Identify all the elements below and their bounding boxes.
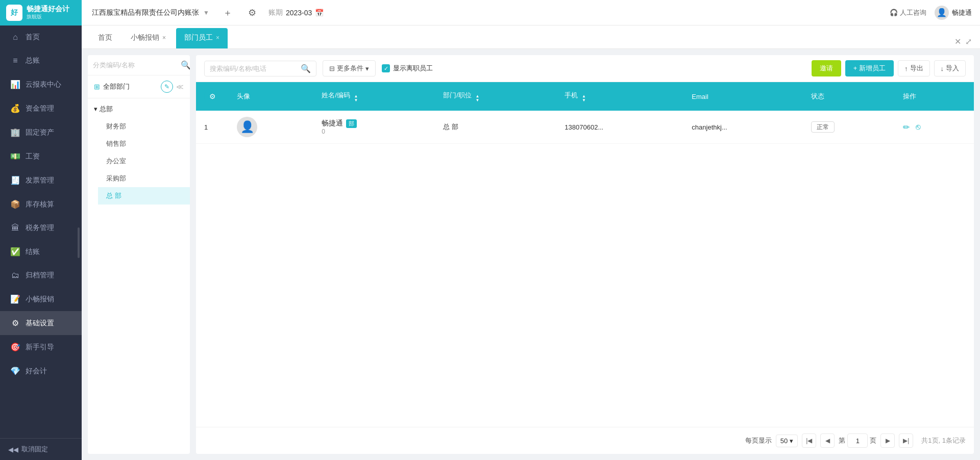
all-dept-label: 全部部门 bbox=[103, 82, 158, 91]
avatar: 👤 bbox=[237, 117, 257, 137]
dept-node-office[interactable]: 办公室 bbox=[98, 152, 190, 170]
dept-parent-zongbu[interactable]: ▾ 总部 bbox=[88, 100, 190, 118]
company-selector[interactable]: 江西服宝精品有限责任公司内账张 ▼ bbox=[92, 8, 209, 17]
sidebar-item-salary[interactable]: 💵 工资 bbox=[0, 144, 82, 168]
employee-search-input[interactable] bbox=[210, 65, 298, 72]
reports-icon: 📊 bbox=[10, 80, 20, 89]
sidebar-item-close[interactable]: ✅ 结账 bbox=[0, 240, 82, 264]
col-phone[interactable]: 手机 ▲▼ bbox=[556, 82, 683, 111]
show-resigned-label: 显示离职员工 bbox=[393, 64, 433, 73]
col-avatar: 头像 bbox=[229, 82, 313, 111]
tab-xiaochang[interactable]: 小畅报销 × bbox=[122, 28, 174, 48]
pin-icon: ◀◀ bbox=[8, 446, 18, 453]
sidebar-item-label: 库存核算 bbox=[26, 200, 54, 209]
show-resigned-checkbox[interactable]: ✓ bbox=[382, 64, 390, 72]
sidebar-item-guide[interactable]: 🎯 新手引导 bbox=[0, 335, 82, 359]
sidebar-item-inventory[interactable]: 📦 库存核算 bbox=[0, 192, 82, 216]
tab-close-window-button[interactable]: ✕ bbox=[954, 37, 961, 46]
dept-edit-button[interactable]: ✎ bbox=[161, 81, 173, 93]
invite-button[interactable]: 邀请 bbox=[812, 60, 841, 76]
employee-search-box: 🔍 bbox=[204, 61, 316, 76]
sidebar-item-xiaochang[interactable]: 📝 小畅报销 bbox=[0, 287, 82, 311]
sidebar-item-accounting[interactable]: 💎 好会计 bbox=[0, 359, 82, 383]
tab-department-close[interactable]: × bbox=[216, 34, 219, 41]
employee-toolbar: 🔍 ⊟ 更多条件 ▾ ✓ 显示离职员工 邀请 + 新增员工 bbox=[196, 55, 974, 82]
dept-collapse-button[interactable]: ≪ bbox=[176, 83, 184, 91]
page-label: 页 bbox=[870, 436, 876, 445]
employee-panel: 🔍 ⊟ 更多条件 ▾ ✓ 显示离职员工 邀请 + 新增员工 bbox=[196, 55, 974, 454]
page-size-select[interactable]: 50 ▾ bbox=[776, 435, 798, 447]
edit-button[interactable]: ✏ bbox=[903, 122, 910, 132]
tab-home-label: 首页 bbox=[98, 33, 112, 42]
sidebar-item-settings[interactable]: ⚙ 基础设置 bbox=[0, 311, 82, 335]
dept-search-input[interactable] bbox=[93, 61, 179, 69]
dept-node-purchase[interactable]: 采购部 bbox=[98, 170, 190, 187]
user-area[interactable]: 👤 畅捷通 bbox=[935, 6, 972, 20]
sidebar-item-label: 固定资产 bbox=[26, 128, 54, 137]
period-value: 2023-03 bbox=[286, 9, 312, 17]
accounting-icon: 💎 bbox=[10, 366, 20, 376]
col-email: Email bbox=[683, 82, 803, 111]
tab-xiaochang-label: 小畅报销 bbox=[131, 33, 159, 42]
import-label: 导入 bbox=[946, 64, 959, 73]
tab-home[interactable]: 首页 bbox=[90, 28, 120, 48]
sidebar-item-reports[interactable]: 📊 云报表中心 bbox=[0, 72, 82, 96]
add-employee-button[interactable]: + 新增员工 bbox=[845, 60, 894, 76]
logo-area: 好 畅捷通好会计 旗舰版 bbox=[0, 0, 82, 25]
logout-button[interactable]: ⎋ bbox=[916, 122, 921, 132]
tab-expand-button[interactable]: ⤢ bbox=[965, 37, 972, 46]
dept-tree: ▾ 总部 财务部 销售部 办公室 采购部 总 部 bbox=[88, 98, 190, 454]
dept-header: ⊞ 全部部门 ✎ ≪ bbox=[88, 75, 190, 98]
employee-dept-badge: 部 bbox=[346, 119, 357, 128]
add-button[interactable]: ＋ bbox=[219, 5, 236, 21]
pagination-bar: 每页显示 50 ▾ |◀ ◀ 第 页 ▶ ▶| 共1页, 1条记录 bbox=[196, 427, 974, 454]
header-right: 🎧 人工咨询 👤 畅捷通 bbox=[890, 6, 972, 20]
export-label: 导出 bbox=[910, 64, 923, 73]
row-dept: 总 部 bbox=[435, 111, 556, 144]
row-actions: ✏ ⎋ bbox=[895, 111, 974, 144]
export-button[interactable]: ↑ 导出 bbox=[898, 60, 930, 76]
export-icon: ↑ bbox=[904, 65, 908, 72]
app-logo-icon: 好 bbox=[6, 5, 22, 21]
import-button[interactable]: ↓ 导入 bbox=[934, 60, 966, 76]
sidebar-item-finance[interactable]: 💰 资金管理 bbox=[0, 96, 82, 120]
more-filter-button[interactable]: ⊟ 更多条件 ▾ bbox=[323, 60, 376, 76]
support-button[interactable]: 🎧 人工咨询 bbox=[890, 8, 926, 17]
filter-icon: ⊟ bbox=[329, 65, 335, 72]
page-size-label: 每页显示 bbox=[745, 436, 772, 445]
sidebar-item-assets[interactable]: 🏢 固定资产 bbox=[0, 120, 82, 144]
settings-icon[interactable]: ⚙ bbox=[244, 5, 260, 21]
show-resigned-toggle[interactable]: ✓ 显示离职员工 bbox=[382, 64, 433, 73]
sidebar-item-home[interactable]: ⌂ 首页 bbox=[0, 25, 82, 49]
sidebar-item-invoice[interactable]: 🧾 发票管理 bbox=[0, 168, 82, 192]
unpin-button[interactable]: ◀◀ 取消固定 bbox=[0, 438, 82, 460]
tab-department[interactable]: 部门员工 × bbox=[176, 28, 228, 48]
col-name[interactable]: 姓名/编码 ▲▼ bbox=[313, 82, 435, 111]
sidebar-item-archive[interactable]: 🗂 归档管理 bbox=[0, 264, 82, 287]
dept-node-sales[interactable]: 销售部 bbox=[98, 135, 190, 152]
col-dept[interactable]: 部门/职位 ▲▼ bbox=[435, 82, 556, 111]
calendar-icon[interactable]: 📅 bbox=[315, 9, 324, 17]
first-page-button[interactable]: |◀ bbox=[802, 433, 816, 448]
row-name-cell: 畅捷通 部 0 bbox=[313, 111, 435, 144]
page-number-input[interactable] bbox=[847, 433, 868, 448]
next-page-button[interactable]: ▶ bbox=[880, 433, 895, 448]
gear-button[interactable]: ⚙ bbox=[204, 88, 220, 105]
sidebar-item-label: 小畅报销 bbox=[26, 295, 54, 304]
guide-icon: 🎯 bbox=[10, 342, 20, 352]
sidebar-item-tax[interactable]: 🏛 税务管理 bbox=[0, 216, 82, 240]
page-size-arrow: ▾ bbox=[790, 437, 793, 445]
filter-label: 更多条件 bbox=[337, 64, 363, 73]
prev-page-button[interactable]: ◀ bbox=[820, 433, 835, 448]
last-page-button[interactable]: ▶| bbox=[899, 433, 913, 448]
dept-node-general[interactable]: 总 部 bbox=[98, 187, 190, 205]
dept-node-finance[interactable]: 财务部 bbox=[98, 118, 190, 135]
tab-bar: 首页 小畅报销 × 部门员工 × ✕ ⤢ bbox=[82, 25, 980, 49]
tab-xiaochang-close[interactable]: × bbox=[162, 34, 166, 41]
dept-search-icon[interactable]: 🔍 bbox=[181, 60, 190, 70]
company-dropdown-arrow[interactable]: ▼ bbox=[203, 9, 209, 16]
col-actions: 操作 bbox=[895, 82, 974, 111]
tab-controls: ✕ ⤢ bbox=[954, 37, 972, 48]
employee-search-icon[interactable]: 🔍 bbox=[301, 64, 311, 73]
sidebar-item-ledger[interactable]: ≡ 总账 bbox=[0, 49, 82, 72]
